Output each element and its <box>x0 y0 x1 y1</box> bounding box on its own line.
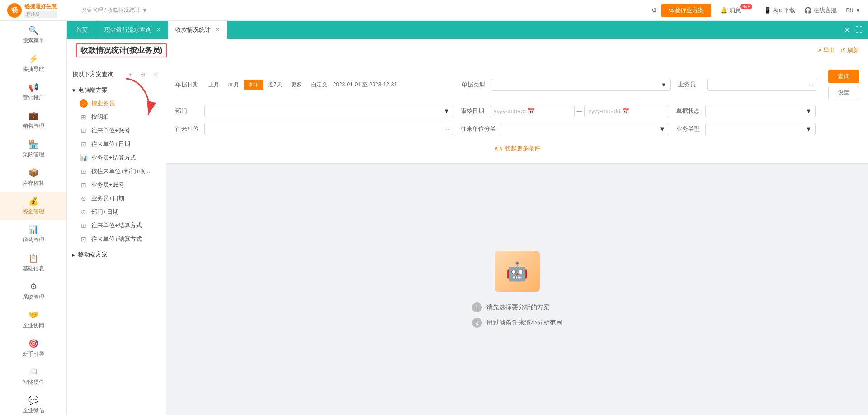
scheme-item-counterpart-dept[interactable]: ⊡ 按往来单位+部门+收... <box>67 165 166 178</box>
sidebar-marketing-label: 营销推广 <box>23 94 44 102</box>
sidebar-item-inventory[interactable]: 📦 库存核算 <box>0 163 66 192</box>
counterpart-select[interactable]: ··· <box>204 123 453 135</box>
review-date-from-input[interactable]: yyyy-mm-dd 📅 <box>490 105 575 117</box>
date-label: 单据日期 <box>175 80 201 89</box>
sidebar-item-wechat[interactable]: 💬 企业微信 <box>0 391 66 415</box>
date-tab-7days[interactable]: 近7天 <box>264 80 286 90</box>
date-tab-more[interactable]: 更多 <box>287 80 306 90</box>
tab-cashflow-close[interactable]: ✕ <box>156 27 160 33</box>
dept-select[interactable]: ▼ <box>204 105 453 117</box>
sidebar-purchase-label: 采购管理 <box>23 151 44 159</box>
tab-receipts-close[interactable]: ✕ <box>215 27 220 33</box>
panel-header: 按以下方案查询 ＋ ⚙ « <box>67 68 166 83</box>
date-tab-this-month[interactable]: 本月 <box>224 80 243 90</box>
quicknav-icon: ⚡ <box>28 54 38 64</box>
sidebar-system-label: 系统管理 <box>23 293 44 301</box>
scheme-settings-icon[interactable]: ⚙ <box>138 70 148 80</box>
scheme-item-salesperson-label: 按业务员 <box>91 99 115 108</box>
user-chevron: ▼ <box>855 7 861 14</box>
scheme-item-salesperson-account[interactable]: ⊡ 业务员+账号 <box>67 178 166 192</box>
tab-close-all-icon[interactable]: ✕ <box>844 26 850 34</box>
date-tab-last-month[interactable]: 上月 <box>204 80 223 90</box>
online-service-button[interactable]: 🎧 在线客服 <box>804 6 837 14</box>
sidebar-newbie-label: 新手引导 <box>23 350 44 358</box>
sidebar-item-hardware[interactable]: 🖥 智能硬件 <box>0 363 66 391</box>
sales-icon: 💼 <box>28 111 38 121</box>
dept-date-icon: ⊙ <box>80 208 88 216</box>
review-date-to-input[interactable]: yyyy-mm-dd 📅 <box>584 105 669 117</box>
sidebar-item-operations[interactable]: 📊 经营管理 <box>0 220 66 249</box>
scheme-item-ss-label: 业务员+结算方式 <box>91 154 136 162</box>
salesperson-more-icon[interactable]: ··· <box>808 81 813 88</box>
tab-expand-icon[interactable]: ⛶ <box>855 26 863 34</box>
collapse-panel-icon[interactable]: « <box>151 70 160 80</box>
date-tab-custom[interactable]: 自定义 <box>307 80 331 90</box>
export-button[interactable]: ↗ 导出 <box>816 47 835 55</box>
collab-icon: 🤝 <box>28 310 38 320</box>
query-button[interactable]: 查询 <box>828 70 859 83</box>
scheme-group-pc-header[interactable]: ▾ 电脑端方案 <box>67 83 166 97</box>
download-icon: 📱 <box>764 7 771 14</box>
layout: 🔍 搜索菜单 ⚡ 快捷导航 📢 营销推广 💼 销售管理 🏪 采购管理 📦 库存核… <box>0 0 868 415</box>
sidebar-item-collab[interactable]: 🤝 企业协同 <box>0 306 66 334</box>
refresh-button[interactable]: ↺ 刷新 <box>840 47 859 55</box>
sidebar: 🔍 搜索菜单 ⚡ 快捷导航 📢 营销推广 💼 销售管理 🏪 采购管理 📦 库存核… <box>0 21 67 415</box>
collapse-more-btn[interactable]: ∧∧ 收起更多条件 <box>175 141 859 156</box>
doc-status-select[interactable]: ▼ <box>705 105 816 117</box>
try-industry-button[interactable]: 体验行业方案 <box>661 4 711 17</box>
sidebar-item-sales[interactable]: 💼 销售管理 <box>0 106 66 135</box>
export-icon: ↗ <box>816 47 821 54</box>
sidebar-item-finance[interactable]: 💰 资金管理 <box>0 192 66 220</box>
sidebar-item-newbie[interactable]: 🎯 新手引导 <box>0 334 66 363</box>
sidebar-sales-label: 销售管理 <box>23 123 44 130</box>
filter-counterpart-category-item: 往来单位分类 ▼ <box>461 123 669 135</box>
date-tab-this-year[interactable]: 本年 <box>244 80 263 90</box>
scheme-item-salesperson-settlement[interactable]: 📊 业务员+结算方式 <box>67 151 166 165</box>
scheme-item-by-detail[interactable]: ⊞ 按明细 <box>67 110 166 124</box>
scheme-item-salesperson-date[interactable]: ⊙ 业务员+日期 <box>67 192 166 205</box>
sidebar-item-marketing[interactable]: 📢 营销推广 <box>0 78 66 106</box>
sidebar-item-quicknav[interactable]: ⚡ 快捷导航 <box>0 49 66 78</box>
counterpart-more-icon[interactable]: ··· <box>444 125 449 132</box>
scheme-group-mobile-header[interactable]: ▸ 移动端方案 <box>67 248 166 261</box>
scheme-item-counterpart-account[interactable]: ⊡ 往来单位+账号 <box>67 124 166 137</box>
scheme-item-dept-date[interactable]: ⊙ 部门+日期 <box>67 205 166 219</box>
tab-home[interactable]: 首页 <box>67 21 97 39</box>
scheme-item-by-salesperson[interactable]: ✓ 按业务员 <box>67 97 166 110</box>
salesperson-label: 业务员 <box>678 80 703 89</box>
scheme-item-counterpart-settlement1[interactable]: ⊞ 往来单位+结算方式 <box>67 219 166 232</box>
dept-label: 部门 <box>175 107 201 115</box>
tab-cashflow[interactable]: 现金银行流水查询 ✕ <box>97 21 168 39</box>
scheme-item-counterpart-date[interactable]: ⊡ 往来单位+日期 <box>67 137 166 151</box>
empty-hint-1: 1 请先选择要分析的方案 <box>472 302 562 312</box>
salesperson-settlement-icon: 📊 <box>80 154 88 162</box>
settings-icon[interactable]: ⚙ <box>647 3 661 18</box>
salesperson-select[interactable]: ··· <box>707 79 817 91</box>
category-select[interactable]: ▼ <box>491 79 671 91</box>
add-scheme-icon[interactable]: ＋ <box>125 70 135 80</box>
filter-doc-status-item: 单据状态 ▼ <box>676 105 816 117</box>
scheme-item-ca-label: 往来单位+账号 <box>91 127 130 135</box>
sidebar-item-basics[interactable]: 📋 基础信息 <box>0 249 66 277</box>
messages-button[interactable]: 🔔 消息 99+ <box>720 6 755 14</box>
doc-status-chevron-icon: ▼ <box>806 108 811 114</box>
refresh-icon: ↺ <box>840 47 845 54</box>
app-download-button[interactable]: 📱 App下载 <box>764 6 795 14</box>
filter-salesperson-item: 业务员 ··· <box>678 79 817 91</box>
scheme-item-counterpart-settlement2[interactable]: ⊡ 往来单位+结算方式 <box>67 232 166 246</box>
review-date-from-placeholder: yyyy-mm-dd <box>494 108 526 114</box>
counterpart-category-select[interactable]: ▼ <box>500 123 669 135</box>
settings-button[interactable]: 设置 <box>828 86 859 99</box>
business-type-label: 业务类型 <box>676 125 702 133</box>
user-name: Rit <box>846 7 853 14</box>
sidebar-item-purchase[interactable]: 🏪 采购管理 <box>0 135 66 163</box>
user-avatar[interactable]: Rit ▼ <box>846 7 861 14</box>
tab-receipts[interactable]: 收款情况统计 ✕ <box>168 21 227 39</box>
sidebar-item-search[interactable]: 🔍 搜索菜单 <box>0 21 66 49</box>
business-type-select[interactable]: ▼ <box>705 123 816 135</box>
breadcrumb-text: 资金管理 / 收款情况统计 <box>81 6 140 14</box>
hardware-icon: 🖥 <box>29 367 38 377</box>
date-tabs: 上月 本月 本年 近7天 更多 自定义 <box>204 80 331 90</box>
chevron-down-icon: ▾ <box>72 87 75 94</box>
sidebar-item-system[interactable]: ⚙ 系统管理 <box>0 277 66 306</box>
